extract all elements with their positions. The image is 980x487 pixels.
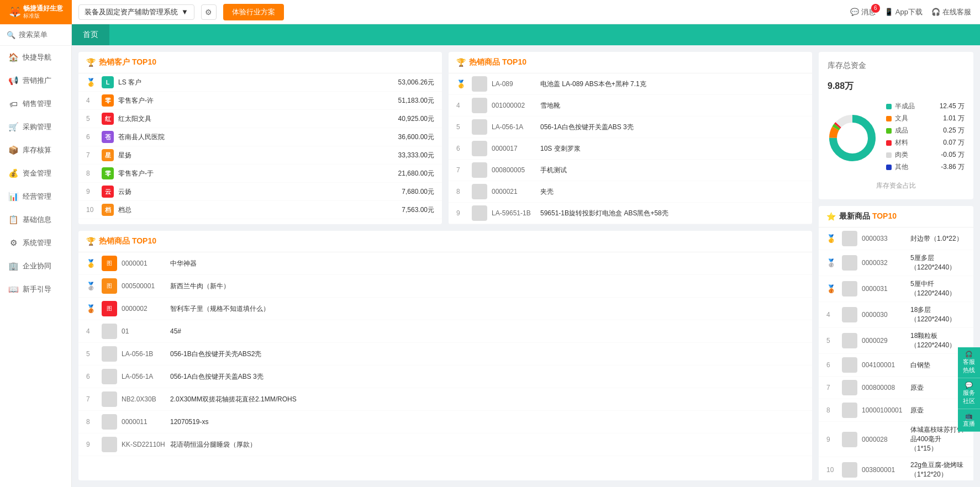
newest-products-title: 最新商品 TOP10: [839, 211, 897, 221]
product-code: 01: [122, 327, 166, 335]
rank-num: 7: [826, 384, 837, 391]
inventory-icon: 📦: [8, 145, 18, 155]
sidebar-item-guide[interactable]: 📖 新手引导: [0, 278, 71, 301]
sidebar-item-label: 营销推广: [23, 76, 51, 86]
sidebar-item-enterprise[interactable]: 🏢 企业协同: [0, 255, 71, 278]
system-selector[interactable]: 装备及固定资产辅助管理系统 ▼: [78, 4, 194, 20]
table-row: 10 档 档总 7,563.00元: [78, 201, 442, 219]
product-thumb: [102, 414, 117, 430]
sidebar-item-system[interactable]: ⚙ 系统管理: [0, 231, 71, 255]
table-row: 🥇 图 0000001 中华神器: [78, 252, 812, 275]
table-row: 7 000800005 手机测试: [449, 160, 812, 181]
sidebar-item-quick-nav[interactable]: 🏠 快捷导航: [0, 46, 71, 69]
rank-num: 4: [86, 97, 97, 104]
table-row: 9 0000028 体城嘉枝味苏打饮品400毫升（1*15）: [819, 422, 973, 457]
chevron-down-icon: ▼: [181, 8, 188, 16]
product-thumb: [842, 403, 857, 418]
product-thumb: 图: [102, 256, 117, 271]
sidebar-item-operations[interactable]: 📊 经营管理: [0, 185, 71, 208]
rank-num: 8: [826, 406, 837, 414]
table-row: 🥉 图 0000002 智利车子里（规格不知道填什么）: [78, 298, 812, 320]
logo: 🦊 畅捷通好生意 标准版: [0, 0, 72, 24]
product-thumb: [842, 357, 857, 373]
product-name: 封边带（1.0*22）: [910, 234, 966, 244]
medal-icon: 🥉: [86, 304, 97, 313]
left-panels: 🏆 热销客户 TOP10 🥇 L LS 客户 53,006.26元: [78, 52, 812, 480]
star-icon: ⭐: [826, 212, 836, 221]
product-thumb: [472, 76, 487, 92]
product-code: 000500001: [122, 282, 166, 290]
product-code: 000800008: [862, 384, 906, 391]
trophy-icon: 🏆: [86, 237, 96, 246]
product-name: 2.0X30MM双搓花轴搓花直径2.1MM/ROHS: [170, 395, 804, 404]
rank-num: 4: [86, 327, 97, 335]
table-row: 8 0000011 12070519-xs: [78, 411, 812, 433]
sidebar-item-marketing[interactable]: 📢 营销推广: [0, 69, 71, 92]
table-row: 7 NB2.0X30B 2.0X30MM双搓花轴搓花直径2.1MM/ROHS: [78, 388, 812, 411]
rank-num: 8: [456, 188, 467, 195]
product-name: 雪地靴: [540, 101, 804, 110]
gear-icon: ⚙: [205, 8, 212, 17]
product-panel-title: 热销商品 TOP10: [469, 57, 526, 67]
sidebar-item-finance[interactable]: 💰 资金管理: [0, 162, 71, 185]
system-title: 装备及固定资产辅助管理系统: [85, 7, 178, 17]
sidebar-item-base[interactable]: 📋 基础信息: [0, 208, 71, 231]
product-name: 中华神器: [170, 259, 804, 268]
customer-amount: 51,183.00元: [398, 96, 434, 105]
customer-name: 档总: [118, 205, 397, 215]
customer-name: 零售客户-许: [118, 96, 394, 105]
tab-home[interactable]: 首页: [72, 24, 109, 45]
rank-num: 6: [86, 373, 97, 380]
marketing-icon: 📢: [8, 76, 18, 86]
rank-num: 9: [456, 209, 467, 217]
message-icon: 💬: [850, 8, 859, 16]
rank-num: 5: [86, 115, 97, 123]
sidebar-item-inventory[interactable]: 📦 库存核算: [0, 139, 71, 162]
hot-products-header: 🏆 热销商品 TOP10: [78, 231, 812, 252]
product-thumb: [102, 324, 117, 339]
product-code: LA-59651-1B: [492, 209, 536, 217]
table-row: 🥇 L LS 客户 53,006.26元: [78, 73, 442, 92]
product-code: NB2.0X30B: [122, 395, 166, 403]
settings-button[interactable]: ⚙: [201, 4, 217, 20]
app-download-button[interactable]: 📱 App下载: [884, 7, 923, 17]
online-service-button[interactable]: 🎧 在线客服: [931, 7, 971, 17]
customer-service-button[interactable]: 🎧 客服 热线: [958, 347, 980, 378]
rank-num: 8: [86, 170, 97, 177]
table-row: 4 0000030 18多层（1220*2440）: [819, 302, 973, 328]
product-code: 000800005: [492, 166, 536, 174]
trial-button[interactable]: 体验行业方案: [223, 4, 284, 20]
medal-icon: 🥈: [86, 282, 97, 290]
stock-amount: 9.88万: [828, 75, 965, 93]
customer-amount: 7,680.00元: [402, 187, 434, 197]
product-thumb: [842, 462, 857, 478]
legend-dot: [886, 104, 892, 109]
sidebar-item-purchase[interactable]: 🛒 采购管理: [0, 115, 71, 139]
customer-name: LS 客户: [118, 78, 394, 87]
product-name: 22g鱼豆腐-烧烤味（1*12*20）: [910, 460, 966, 479]
direct-visit-button[interactable]: 📺 直播: [958, 409, 980, 432]
service-community-button[interactable]: 💬 服务 社区: [958, 378, 980, 409]
product-code: 0000021: [492, 188, 536, 195]
messages-button[interactable]: 💬 消息 6: [850, 7, 876, 17]
product-panel: 🏆 热销商品 TOP10 🥇 LA-089 电池盖 LA-089 ABS本色+黑…: [449, 52, 812, 224]
rank-num: 6: [456, 145, 467, 152]
legend-dot: [886, 128, 892, 134]
customer-amount: 36,600.00元: [398, 133, 434, 142]
customer-name: 云扬: [118, 187, 397, 197]
app-label: App下载: [895, 7, 923, 17]
legend-dot: [886, 140, 892, 146]
product-panel-header: 🏆 热销商品 TOP10: [449, 52, 812, 73]
avatar: 零: [102, 94, 114, 107]
product-thumb: 图: [102, 301, 117, 316]
product-code: 0000017: [492, 145, 536, 152]
search-menu[interactable]: 🔍 搜索菜单: [0, 24, 71, 46]
newest-products-panel: ⭐ 最新商品 TOP10 🥇 0000033 封边带（1.0*22） 🥈 000…: [819, 206, 973, 480]
product-name: 056-1A白色按键开关盖ABS 3壳: [170, 372, 804, 382]
table-row: 🥉 0000031 5厘中纤（1220*2440）: [819, 276, 973, 302]
sidebar-item-label: 资金管理: [23, 168, 51, 178]
table-row: 8 零 零售客户-于 21,680.00元: [78, 165, 442, 183]
product-code: 0000028: [862, 436, 906, 443]
table-row: 5 LA-056-1B 056-1B白色按键开关壳ABS2壳: [78, 343, 812, 366]
sidebar-item-sales[interactable]: 🏷 销售管理: [0, 92, 71, 115]
